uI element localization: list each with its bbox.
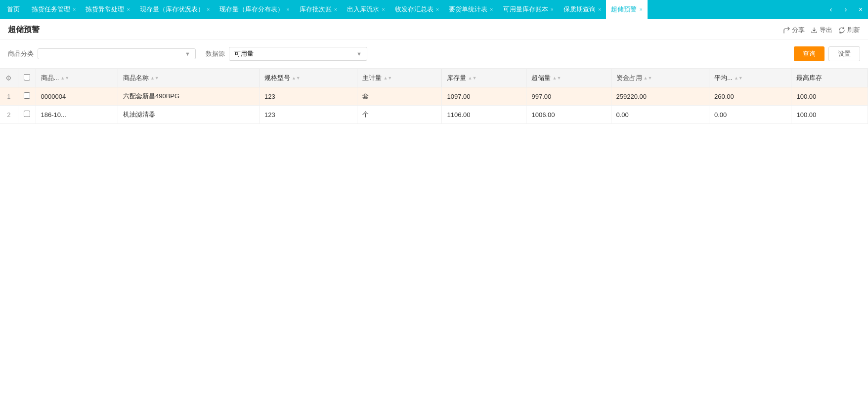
row-product-name: 六配套新昌490BPG — [118, 87, 259, 106]
nav-item-close[interactable]: × — [639, 6, 642, 12]
col-product-name-header: 商品名称 ▲▼ — [118, 69, 259, 87]
sort-icon[interactable]: ▲▼ — [552, 76, 561, 80]
col-stock-header: 库存量 ▲▼ — [442, 69, 526, 87]
nav-item-label: 超储预警 — [611, 5, 637, 14]
row-overstock: 997.00 — [526, 87, 611, 106]
col-unit-header: 主计量 ▲▼ — [357, 69, 442, 87]
nav-arrow-left[interactable]: ‹ — [824, 0, 838, 19]
col-product-code-header: 商品... ▲▼ — [36, 69, 118, 87]
refresh-button[interactable]: 刷新 — [838, 26, 860, 35]
row-avg: 0.00 — [709, 106, 791, 124]
row-overstock: 1006.00 — [526, 106, 611, 124]
export-button[interactable]: 导出 — [811, 26, 832, 35]
category-select[interactable]: ▼ — [38, 48, 196, 59]
row-max-stock: 100.00 — [791, 87, 868, 106]
table-row: 2 186-10... 机油滤清器 123 个 1106.00 1006.00 … — [0, 106, 868, 124]
datasource-label: 数据源 — [206, 49, 225, 58]
nav-item-1[interactable]: 拣货任务管理 × — [27, 0, 81, 19]
row-product-code: 0000004 — [36, 87, 118, 106]
chevron-down-icon-2: ▼ — [356, 51, 362, 57]
row-checkbox-cell — [18, 106, 36, 124]
row-stock: 1097.00 — [442, 87, 526, 106]
nav-item-label: 保质期查询 — [564, 5, 596, 14]
refresh-icon — [838, 27, 845, 34]
sort-icon[interactable]: ▲▼ — [644, 76, 652, 80]
nav-item-9[interactable]: 可用量库存账本 × — [498, 0, 559, 19]
nav-item-6[interactable]: 出入库流水 × — [342, 0, 390, 19]
nav-item-close[interactable]: × — [382, 6, 385, 12]
table-row: 1 0000004 六配套新昌490BPG 123 套 1097.00 997.… — [0, 87, 868, 106]
sort-icon[interactable]: ▲▼ — [468, 76, 477, 80]
nav-arrow-right[interactable]: › — [838, 0, 853, 19]
filter-group-datasource: 数据源 可用量 ▼ — [206, 47, 367, 61]
col-spec-header: 规格型号 ▲▼ — [259, 69, 357, 87]
chevron-down-icon: ▼ — [185, 51, 190, 57]
nav-item-close[interactable]: × — [286, 6, 289, 12]
col-max-stock-header: 最高库存 — [791, 69, 868, 87]
datasource-select[interactable]: 可用量 ▼ — [229, 47, 367, 61]
row-checkbox[interactable] — [24, 111, 30, 117]
sort-icon[interactable]: ▲▼ — [60, 76, 69, 80]
nav-item-close[interactable]: × — [207, 6, 210, 12]
nav-item-label: 现存量（库存分布表） — [219, 5, 284, 14]
nav-item-8[interactable]: 要货单统计表 × — [444, 0, 498, 19]
row-product-code: 186-10... — [36, 106, 118, 124]
filter-group-category: 商品分类 ▼ — [8, 48, 196, 59]
nav-item-label: 出入库流水 — [347, 5, 379, 14]
table-container: ⚙ 商品... ▲▼ 商品名称 ▲▼ — [0, 69, 868, 124]
category-label: 商品分类 — [8, 49, 34, 58]
nav-item-label: 拣货任务管理 — [32, 5, 70, 14]
col-capital-header: 资金占用 ▲▼ — [611, 69, 709, 87]
nav-item-10[interactable]: 保质期查询 × — [559, 0, 606, 19]
nav-item-4[interactable]: 现存量（库存分布表） × — [215, 0, 294, 19]
nav-item-label: 可用量库存账本 — [503, 5, 548, 14]
select-all-checkbox[interactable] — [24, 74, 30, 80]
row-checkbox[interactable] — [24, 92, 30, 99]
nav-item-11[interactable]: 超储预警 × — [606, 0, 647, 19]
table-body: 1 0000004 六配套新昌490BPG 123 套 1097.00 997.… — [0, 87, 868, 124]
sort-icon[interactable]: ▲▼ — [734, 76, 743, 80]
row-max-stock: 100.00 — [791, 106, 868, 124]
sort-icon[interactable]: ▲▼ — [150, 76, 159, 80]
nav-home[interactable]: 首页 — [0, 0, 27, 19]
nav-item-close[interactable]: × — [127, 6, 130, 12]
nav-arrows: ‹ › × — [824, 0, 868, 19]
row-num: 1 — [0, 87, 18, 106]
export-icon — [811, 27, 818, 34]
data-table: ⚙ 商品... ▲▼ 商品名称 ▲▼ — [0, 69, 868, 124]
row-avg: 260.00 — [709, 87, 791, 106]
page-title: 超储预警 — [8, 25, 40, 35]
nav-item-7[interactable]: 收发存汇总表 × — [390, 0, 444, 19]
share-button[interactable]: 分享 — [783, 26, 805, 35]
page-actions: 分享 导出 刷新 — [783, 26, 860, 35]
sort-icon[interactable]: ▲▼ — [292, 76, 301, 80]
nav-item-close[interactable]: × — [73, 6, 76, 12]
nav-item-label: 要货单统计表 — [449, 5, 487, 14]
settings-gear-icon[interactable]: ⚙ — [5, 74, 12, 82]
settings-button[interactable]: 设置 — [828, 46, 860, 61]
page-container: 超储预警 分享 导出 刷新 商品 — [0, 19, 868, 395]
nav-item-2[interactable]: 拣货异常处理 × — [81, 0, 134, 19]
nav-item-close[interactable]: × — [334, 6, 337, 12]
nav-item-close[interactable]: × — [490, 6, 493, 12]
nav-item-3[interactable]: 现存量（库存状况表） × — [135, 0, 215, 19]
nav-arrow-close[interactable]: × — [853, 0, 868, 19]
filter-row: 商品分类 ▼ 数据源 可用量 ▼ 查询 设置 — [0, 40, 868, 69]
datasource-select-value: 可用量 — [234, 49, 254, 58]
row-stock: 1106.00 — [442, 106, 526, 124]
row-checkbox-cell — [18, 87, 36, 106]
nav-item-label: 库存批次账 — [300, 5, 332, 14]
col-overstock-header: 超储量 ▲▼ — [526, 69, 611, 87]
row-product-name: 机油滤清器 — [118, 106, 259, 124]
nav-item-close[interactable]: × — [551, 6, 554, 12]
sort-icon[interactable]: ▲▼ — [383, 76, 392, 80]
page-header: 超储预警 分享 导出 刷新 — [0, 19, 868, 40]
row-num: 2 — [0, 106, 18, 124]
nav-item-5[interactable]: 库存批次账 × — [295, 0, 342, 19]
nav-item-label: 收发存汇总表 — [395, 5, 434, 14]
row-capital: 259220.00 — [611, 87, 709, 106]
nav-item-close[interactable]: × — [598, 6, 601, 12]
row-unit: 套 — [357, 87, 442, 106]
nav-item-close[interactable]: × — [436, 6, 439, 12]
query-button[interactable]: 查询 — [794, 46, 825, 61]
